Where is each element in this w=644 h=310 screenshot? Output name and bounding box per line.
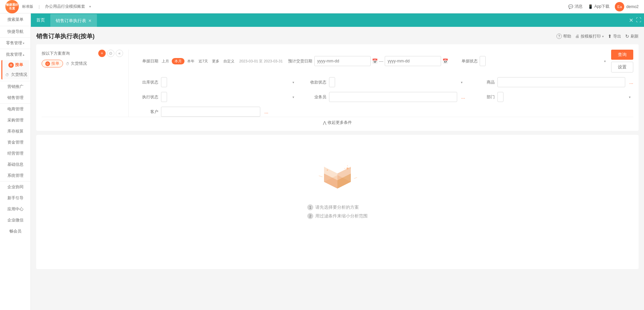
sidebar-item-enterprise[interactable]: 企业协同 bbox=[0, 181, 31, 193]
query-btn[interactable]: 查询 bbox=[611, 50, 633, 60]
tab-close-icon[interactable]: ✕ bbox=[88, 18, 92, 23]
print-btn[interactable]: 🖨 按模板打印 ▾ bbox=[575, 34, 604, 39]
scheme-order-dot: ⊙ bbox=[45, 61, 50, 66]
sidebar-item-ecommerce[interactable]: 电商管理 bbox=[0, 103, 31, 115]
expected-date-to[interactable] bbox=[385, 56, 441, 66]
sidebar-item-app-center[interactable]: 应用中心 bbox=[0, 204, 31, 215]
tab-sales-order-exec[interactable]: 销售订单执行表 ✕ bbox=[50, 14, 97, 28]
sidebar: 搜索菜单 快捷导航 零售管理 ▾ 批发管理 ▴ ⊙ 按单 bbox=[0, 13, 31, 310]
date-range-display: 2023-03-01 至 2023-03-31 bbox=[239, 59, 283, 64]
delivery-status-select[interactable] bbox=[161, 77, 167, 87]
sidebar-item-wholesale-mgmt[interactable]: 批发管理 ▴ bbox=[0, 49, 31, 60]
refresh-label: 刷新 bbox=[631, 34, 639, 39]
scheme-collapse-btn[interactable]: « bbox=[116, 50, 123, 57]
sidebar-item-new-guide[interactable]: 新手引导 bbox=[0, 193, 31, 204]
date-tag-last7[interactable]: 近7天 bbox=[197, 58, 209, 64]
order-status-select[interactable] bbox=[480, 56, 486, 66]
expected-date-from[interactable] bbox=[314, 56, 371, 66]
hint-1-num: 1 bbox=[307, 204, 313, 210]
sidebar-item-member[interactable]: 畅会员 bbox=[0, 226, 31, 237]
results-area: 1 请先选择要分析的方案 2 用过滤条件来缩小分析范围 bbox=[36, 135, 639, 269]
app-download-btn[interactable]: 📱 App下载 bbox=[588, 4, 609, 9]
order-sub-label: 按单 bbox=[15, 62, 23, 68]
refresh-btn[interactable]: ↻ 刷新 bbox=[625, 34, 639, 39]
tab-home-label: 首页 bbox=[36, 17, 45, 23]
page-actions: ? 帮助 🖨 按模板打印 ▾ ⬆ 导出 ↻ bbox=[556, 34, 639, 39]
help-btn[interactable]: ? 帮助 bbox=[556, 34, 571, 39]
salesperson-ellipsis[interactable]: ... bbox=[461, 94, 465, 100]
scheme-order-label: 按单 bbox=[51, 61, 59, 66]
suite-dropdown-icon[interactable]: ▾ bbox=[89, 5, 91, 8]
scheme-order-item[interactable]: ⊙ 按单 bbox=[42, 60, 63, 67]
export-btn[interactable]: ⬆ 导出 bbox=[608, 34, 621, 39]
customer-field: 客户 ... bbox=[134, 107, 268, 117]
customer-ellipsis[interactable]: ... bbox=[264, 109, 268, 114]
sidebar-sub-order[interactable]: ⊙ 按单 bbox=[2, 60, 29, 70]
delivery-status-field: 出库状态 bbox=[134, 77, 297, 87]
sidebar-item-retail-mgmt[interactable]: 零售管理 ▾ bbox=[0, 38, 31, 49]
message-icon: 💬 bbox=[568, 4, 573, 9]
filter-main-row: 按以下方案查询 + ⊙ « ⊙ 按单 bbox=[42, 50, 633, 117]
department-field: 部门 bbox=[471, 92, 633, 102]
sidebar-item-sales-mgmt[interactable]: 销售管理 bbox=[0, 92, 31, 103]
basic-info-label: 基础信息 bbox=[7, 162, 23, 167]
tab-close-all-btn[interactable]: ✕ bbox=[629, 17, 633, 23]
help-label: 帮助 bbox=[563, 34, 571, 39]
sidebar-item-operations[interactable]: 经营管理 bbox=[0, 148, 31, 159]
product-ellipsis[interactable]: ... bbox=[629, 80, 633, 85]
tab-bar-right: ✕ ⛶ bbox=[629, 17, 644, 23]
date-tag-more[interactable]: 更多 bbox=[211, 58, 221, 64]
sidebar-item-inventory[interactable]: 库存核算 bbox=[0, 126, 31, 137]
scheme-receivables-item[interactable]: ⏱ 欠货情况 bbox=[66, 61, 87, 66]
sidebar-item-search-menu[interactable]: 搜索菜单 bbox=[0, 13, 31, 26]
tab-expand-btn[interactable]: ⛶ bbox=[636, 17, 641, 23]
salesperson-input[interactable] bbox=[329, 92, 457, 102]
sidebar-item-system-mgmt[interactable]: 系统管理 bbox=[0, 170, 31, 181]
product-input[interactable] bbox=[497, 77, 626, 87]
quick-nav-label: 快捷导航 bbox=[7, 29, 23, 35]
date-tag-this-month[interactable]: 本月 bbox=[172, 58, 184, 64]
department-select[interactable] bbox=[497, 92, 503, 102]
sidebar-sub-receivables[interactable]: ⏱ 欠货情况 bbox=[2, 70, 29, 80]
date-tag-custom[interactable]: 自定义 bbox=[222, 58, 236, 64]
hint-1-text: 请先选择要分析的方案 bbox=[315, 204, 359, 210]
exec-status-select[interactable] bbox=[161, 92, 167, 102]
order-status-label: 单据状态 bbox=[453, 58, 478, 64]
empty-hint-1: 1 请先选择要分析的方案 bbox=[307, 204, 368, 210]
collapse-btn[interactable]: ⋀ 收起更多条件 bbox=[323, 120, 352, 125]
payment-status-select[interactable] bbox=[329, 77, 335, 87]
sidebar-item-purchase[interactable]: 采购管理 bbox=[0, 115, 31, 126]
customer-label: 客户 bbox=[134, 109, 158, 115]
sidebar-item-marketing[interactable]: 营销推广 bbox=[0, 81, 31, 92]
user-area[interactable]: Ea demo2 bbox=[615, 2, 639, 11]
finance-label: 资金管理 bbox=[7, 140, 23, 145]
message-btn[interactable]: 💬 消息 bbox=[568, 4, 583, 9]
product-field: 商品 ... bbox=[471, 77, 633, 87]
sidebar-item-basic-info[interactable]: 基础信息 bbox=[0, 159, 31, 170]
print-label: 按模板打印 bbox=[581, 34, 601, 39]
sidebar-item-finance[interactable]: 资金管理 bbox=[0, 137, 31, 148]
scheme-copy-btn[interactable]: ⊙ bbox=[107, 50, 114, 57]
filter-scheme-section: 按以下方案查询 + ⊙ « ⊙ 按单 bbox=[42, 50, 129, 117]
customer-input[interactable] bbox=[161, 107, 260, 117]
scheme-add-btn[interactable]: + bbox=[98, 50, 106, 57]
date-tag-last-month[interactable]: 上月 bbox=[160, 58, 170, 64]
sidebar-item-quick-nav[interactable]: 快捷导航 bbox=[0, 26, 31, 38]
date-cal-icon-to: 📅 bbox=[442, 58, 448, 64]
setting-btn[interactable]: 设置 bbox=[611, 62, 633, 72]
tab-sales-label: 销售订单执行表 bbox=[56, 18, 86, 24]
exec-status-field: 执行状态 bbox=[134, 92, 297, 102]
tab-home[interactable]: 首页 bbox=[31, 13, 50, 27]
sidebar-item-enterprise-wechat[interactable]: 企业微信 bbox=[0, 215, 31, 226]
suite-title: 办公用品行业模拟账套 bbox=[45, 4, 85, 9]
hint-2-num: 2 bbox=[307, 213, 313, 219]
filter-row-3: 执行状态 业务员 bbox=[134, 92, 633, 102]
svg-point-6 bbox=[327, 169, 328, 171]
user-avatar: Ea bbox=[615, 2, 624, 11]
wholesale-mgmt-label: 批发管理 bbox=[6, 52, 22, 57]
svg-line-11 bbox=[354, 177, 357, 178]
department-label: 部门 bbox=[471, 94, 495, 100]
svg-point-5 bbox=[346, 167, 348, 169]
date-tag-this-year[interactable]: 本年 bbox=[186, 58, 196, 64]
filter-fields: 单据日期 上月 本月 本年 近7天 更多 自定义 bbox=[134, 50, 633, 117]
